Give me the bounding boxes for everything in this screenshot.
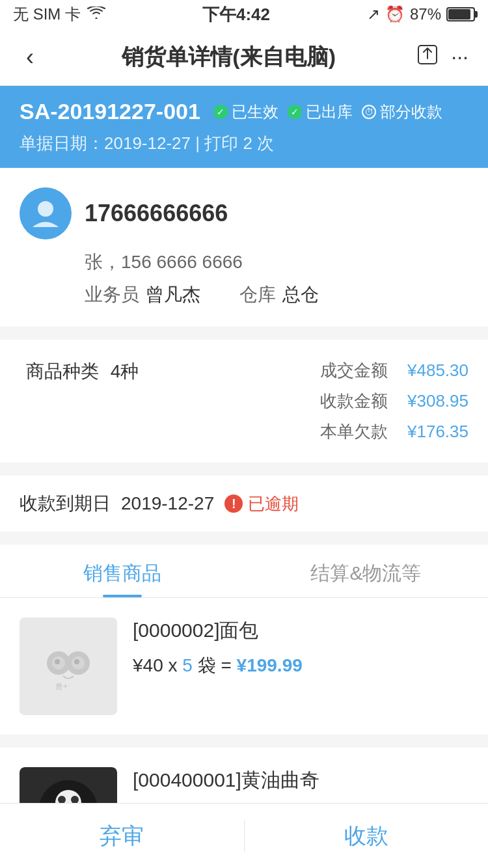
product-name-1: [0000002]面包 xyxy=(133,617,468,644)
product-unit-price-1: ¥40 xyxy=(133,655,163,675)
warehouse-item: 仓库 总仓 xyxy=(239,282,319,307)
battery-icon xyxy=(446,7,475,21)
more-button[interactable]: ··· xyxy=(451,45,468,69)
sales-person-value: 曾凡杰 xyxy=(146,282,200,307)
wifi-icon xyxy=(87,5,105,23)
tab-settlement-label: 结算&物流等 xyxy=(310,562,421,584)
back-button[interactable]: ‹ xyxy=(20,37,40,77)
due-date-label: 收款到期日 xyxy=(20,491,111,516)
tab-products-label: 销售商品 xyxy=(83,562,161,584)
product-info-1: [0000002]面包 ¥40 x 5 袋 = ¥199.99 xyxy=(133,617,468,678)
received-value: ¥308.95 xyxy=(407,391,468,411)
overdue-badge: ! 已逾期 xyxy=(224,493,299,515)
status-partial-label: 部分收款 xyxy=(380,102,442,122)
tab-settlement[interactable]: 结算&物流等 xyxy=(244,545,488,597)
status-partial: ⏱ 部分收款 xyxy=(362,102,442,122)
nav-actions: ··· xyxy=(417,44,468,70)
status-right: ↗ ⏰ 87% xyxy=(367,5,475,23)
received-amount-row: 收款金额 ¥308.95 xyxy=(320,390,468,413)
product-equals-1: = xyxy=(221,655,236,675)
product-type-label: 商品种类 xyxy=(26,361,99,381)
amount-stats: 成交金额 ¥485.30 收款金额 ¥308.95 本单欠款 ¥176.35 xyxy=(320,359,468,443)
order-id: SA-20191227-001 xyxy=(20,99,200,124)
battery-percent: 87% xyxy=(410,5,441,23)
product-total-1: ¥199.99 xyxy=(237,655,303,675)
customer-meta: 业务员 曾凡杰 仓库 总仓 xyxy=(20,282,468,307)
tab-products[interactable]: 销售商品 xyxy=(0,545,244,597)
status-shipped: ✓ 已出库 xyxy=(288,102,353,122)
product-price-1: ¥40 x 5 袋 = ¥199.99 xyxy=(133,653,468,678)
svg-point-6 xyxy=(55,659,60,664)
deal-amount-value: ¥485.30 xyxy=(407,360,468,381)
status-active: ✓ 已生效 xyxy=(213,102,278,122)
header-banner: SA-20191227-001 ✓ 已生效 ✓ 已出库 ⏱ 部分收款 单据日期：… xyxy=(0,86,488,168)
check-icon-1: ✓ xyxy=(213,105,228,119)
product-multiply-1: x xyxy=(169,655,183,675)
check-icon-2: ✓ xyxy=(288,105,302,119)
svg-point-1 xyxy=(38,201,53,217)
page-title: 销货单详情(来自电脑) xyxy=(122,42,336,72)
owed-label: 本单欠款 xyxy=(320,420,388,443)
owed-amount-row: 本单欠款 ¥176.35 xyxy=(320,420,468,443)
product-qty-1: 5 xyxy=(182,655,193,675)
svg-text:兽+: 兽+ xyxy=(55,682,68,691)
bottom-bar: 弃审 收款 xyxy=(0,803,488,868)
customer-avatar xyxy=(20,187,72,239)
reject-button[interactable]: 弃审 xyxy=(0,808,244,864)
owed-value: ¥176.35 xyxy=(407,422,468,442)
location-icon: ↗ xyxy=(367,5,380,23)
time-display: 下午4:42 xyxy=(202,3,270,26)
status-bar: 无 SIM 卡 下午4:42 ↗ ⏰ 87% xyxy=(0,0,488,29)
header-banner-top: SA-20191227-001 ✓ 已生效 ✓ 已出库 ⏱ 部分收款 xyxy=(20,99,468,124)
share-button[interactable] xyxy=(417,44,438,70)
warehouse-label: 仓库 xyxy=(239,282,276,307)
payment-button[interactable]: 收款 xyxy=(245,808,489,864)
stats-section: 商品种类 4种 成交金额 ¥485.30 收款金额 ¥308.95 本单欠款 ¥… xyxy=(0,340,488,463)
deal-amount-label: 成交金额 xyxy=(320,359,388,382)
received-label: 收款金额 xyxy=(320,390,388,413)
due-date-value: 2019-12-27 xyxy=(121,493,214,514)
overdue-text: 已逾期 xyxy=(248,493,299,515)
nav-bar: ‹ 销货单详情(来自电脑) ··· xyxy=(0,29,488,86)
due-date-section: 收款到期日 2019-12-27 ! 已逾期 xyxy=(0,476,488,532)
product-unit-1: 袋 xyxy=(198,655,216,675)
product-type-value: 4种 xyxy=(111,361,139,381)
svg-point-7 xyxy=(74,659,79,664)
customer-name-phone: 张，156 6666 6666 xyxy=(20,250,468,275)
product-name-2: [000400001]黄油曲奇 xyxy=(133,767,468,794)
alarm-icon: ⏰ xyxy=(385,5,405,23)
status-shipped-label: 已出库 xyxy=(306,102,353,122)
tabs-container: 销售商品 结算&物流等 xyxy=(0,545,488,598)
product-image-placeholder-1: 兽+ xyxy=(20,617,117,715)
overdue-icon: ! xyxy=(224,495,243,513)
deal-amount-row: 成交金额 ¥485.30 xyxy=(320,359,468,382)
warehouse-value: 总仓 xyxy=(282,282,319,307)
customer-section: 17666666666 张，156 6666 6666 业务员 曾凡杰 仓库 总… xyxy=(0,168,488,327)
product-item: 兽+ [0000002]面包 ¥40 x 5 袋 = ¥199.99 xyxy=(0,598,488,735)
sales-person-item: 业务员 曾凡杰 xyxy=(85,282,200,307)
clock-icon: ⏱ xyxy=(362,105,376,119)
status-active-label: 已生效 xyxy=(232,102,278,122)
sales-person-label: 业务员 xyxy=(85,282,139,307)
customer-id: 17666666666 xyxy=(85,200,228,227)
product-type-stat: 商品种类 4种 xyxy=(20,359,139,384)
customer-top: 17666666666 xyxy=(20,187,468,239)
order-date-info: 单据日期：2019-12-27 | 打印 2 次 xyxy=(20,132,468,155)
product-image-1: 兽+ xyxy=(20,617,117,715)
status-badges: ✓ 已生效 ✓ 已出库 ⏱ 部分收款 xyxy=(213,102,442,122)
status-left: 无 SIM 卡 xyxy=(13,4,105,25)
carrier-text: 无 SIM 卡 xyxy=(13,4,81,25)
